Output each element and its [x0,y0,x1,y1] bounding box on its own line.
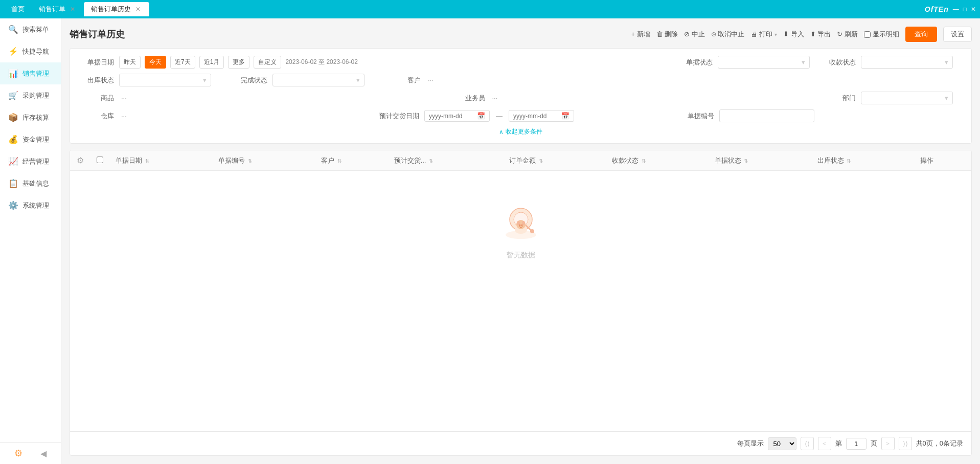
sidebar-item-inventory[interactable]: 📦 库存核算 [0,106,61,128]
sidebar-item-basic-info[interactable]: 📋 基础信息 [0,172,61,194]
toolbar: + 新增 🗑 删除 ⊘ 中止 ⊙ 取消中止 🖨 打印 ▾ [631,27,972,42]
th-doc-status: 单据状态 ⇅ [709,150,811,171]
sidebar-item-sys-mgmt[interactable]: ⚙️ 系统管理 [0,194,61,216]
page-unit: 页 [871,439,877,448]
sidebar-collapse-icon[interactable]: ◀ [40,449,47,458]
delivery-to-wrap[interactable]: 📅 [509,110,574,122]
delivery-from-input[interactable] [429,113,475,120]
refresh-btn[interactable]: ↻ 刷新 [837,30,858,39]
th-amount-label: 订单金额 [509,157,536,164]
sales-icon: 📊 [8,69,18,78]
th-doc-sort-icon[interactable]: ⇅ [744,158,748,164]
delete-btn[interactable]: 🗑 删除 [656,30,678,39]
tab-home[interactable]: 首页 [4,2,32,16]
window-controls: OfTEn — □ ✕ [925,5,976,13]
page-first-btn[interactable]: ⟨⟨ [801,437,814,450]
tab-sales-history-close[interactable]: ✕ [134,5,142,13]
calendar-to-icon: 📅 [561,112,569,120]
department-label: 部门 [820,94,861,103]
maximize-btn[interactable]: □ [963,6,967,13]
page-header: 销售订单历史 + 新增 🗑 删除 ⊘ 中止 ⊙ 取消中止 🖨 [70,27,972,42]
th-amount: 订单金额 ⇅ [503,150,606,171]
customer-control: ··· [426,76,963,84]
page-size-label: 每页显示 [737,439,764,448]
sidebar-capital-label: 资金管理 [22,135,49,144]
date-btn-today[interactable]: 今天 [145,56,166,69]
page-next-btn[interactable]: ＞ [881,437,895,450]
complete-status-select[interactable]: ▾ [272,74,364,86]
th-delivery: 预计交货... ⇅ [388,150,503,171]
filter-panel: 单据日期 昨天 今天 近7天 近1月 更多 自定义 2023-06-02 至 2… [70,48,972,144]
display-checkbox[interactable] [864,31,871,38]
settings-btn[interactable]: 设置 [943,27,972,42]
query-btn[interactable]: 查询 [905,27,937,42]
sidebar-item-search[interactable]: 🔍 搜索菜单 [0,18,61,40]
collapse-row[interactable]: ∧ 收起更多条件 [78,127,963,136]
th-checkbox [90,150,109,171]
th-date-sort-icon[interactable]: ⇅ [145,158,149,164]
sidebar-settings-icon[interactable]: ⚙ [14,448,22,459]
page-content: 销售订单历史 + 新增 🗑 删除 ⊘ 中止 ⊙ 取消中止 🖨 [61,18,980,464]
table-settings-icon[interactable]: ⚙ [77,156,84,165]
date-btn-more[interactable]: 更多 [228,56,249,69]
th-receipt-sort-icon[interactable]: ⇅ [642,158,646,164]
goods-dots[interactable]: ··· [119,94,129,102]
th-amount-sort-icon[interactable]: ⇅ [539,158,543,164]
sidebar-item-sales[interactable]: 📊 销售管理 [0,62,61,84]
page-prev-btn[interactable]: ＜ [818,437,831,450]
purchase-icon: 🛒 [8,91,18,100]
th-receipt-status-label: 收款状态 [612,157,639,164]
print-btn[interactable]: 🖨 打印 ▾ [751,30,778,39]
receipt-status-select[interactable]: ▾ [861,56,953,69]
delivery-from-wrap[interactable]: 📅 [424,110,490,122]
date-btn-1month[interactable]: 近1月 [199,56,224,69]
tab-sales-order[interactable]: 销售订单 ✕ [32,2,84,16]
tab-sales-history[interactable]: 销售订单历史 ✕ [84,2,149,16]
date-btn-yesterday[interactable]: 昨天 [119,56,141,69]
page-input[interactable] [846,438,867,450]
sidebar-basic-info-label: 基础信息 [22,179,49,188]
delivery-to-input[interactable] [513,113,559,120]
date-btn-7days[interactable]: 近7天 [170,56,195,69]
sidebar-item-quick-nav[interactable]: ⚡ 快捷导航 [0,40,61,62]
department-select[interactable]: ▾ [861,92,953,104]
sidebar-quick-nav-label: 快捷导航 [22,47,49,56]
cancel-stop-btn[interactable]: ⊙ 取消中止 [711,30,745,39]
tab-sales-order-close[interactable]: ✕ [69,5,77,13]
th-delivery-sort-icon[interactable]: ⇅ [429,158,433,164]
sidebar-item-capital[interactable]: 💰 资金管理 [0,128,61,150]
out-stock-select[interactable]: ▾ [119,74,211,86]
new-btn[interactable]: + 新增 [631,30,650,39]
goods-control: ··· [119,94,429,102]
receipt-chevron-icon: ▾ [945,58,948,66]
sidebar-item-purchase[interactable]: 🛒 采购管理 [0,84,61,106]
display-toggle[interactable]: 显示明细 [864,30,899,39]
page-size-select[interactable]: 50 10 20 100 [768,437,796,450]
stop-btn[interactable]: ⊘ 中止 [684,30,705,39]
export-btn[interactable]: ⬆ 导出 [810,30,831,39]
th-customer-sort-icon[interactable]: ⇅ [337,158,341,164]
delivery-date-label: 预计交货日期 [373,112,424,121]
select-all-checkbox[interactable] [97,157,103,163]
close-btn[interactable]: ✕ [971,6,976,13]
sidebar-purchase-label: 采购管理 [22,91,49,100]
status-select[interactable]: ▾ [718,56,810,69]
customer-dots[interactable]: ··· [426,76,436,84]
department-control: ▾ [861,92,963,104]
status-label: 单据状态 [677,58,718,67]
doc-no-input[interactable] [719,109,814,122]
top-bar: 首页 销售订单 ✕ 销售订单历史 ✕ OfTEn — □ ✕ [0,0,980,18]
th-docno-label: 单据编号 [218,157,245,164]
sidebar-item-business[interactable]: 📈 经营管理 [0,150,61,172]
inventory-icon: 📦 [8,113,18,122]
stop-btn-label: ⊘ 中止 [684,30,705,39]
th-out-sort-icon[interactable]: ⇅ [847,158,851,164]
refresh-btn-label: ↻ 刷新 [837,30,858,39]
minimize-btn[interactable]: — [953,6,959,13]
date-btn-custom[interactable]: 自定义 [254,56,281,69]
import-btn[interactable]: ⬇ 导入 [783,30,804,39]
salesperson-dots[interactable]: ··· [490,94,500,102]
th-docno-sort-icon[interactable]: ⇅ [248,158,252,164]
warehouse-dots[interactable]: ··· [119,112,129,120]
page-last-btn[interactable]: ⟩⟩ [899,437,912,450]
